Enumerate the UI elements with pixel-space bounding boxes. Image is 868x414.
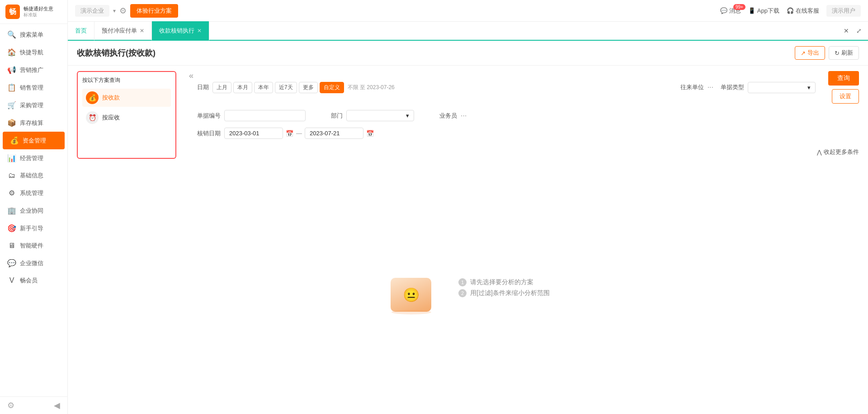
refresh-button[interactable]: ↻ 刷新 xyxy=(829,46,859,60)
verify-date-to[interactable] xyxy=(305,128,363,139)
setting-button[interactable]: 设置 xyxy=(832,89,859,104)
sidebar-item-system[interactable]: ⚙系统管理 xyxy=(0,184,67,202)
sidebar-label-search: 搜索菜单 xyxy=(20,31,43,39)
scheme-title: 按以下方案查询 xyxy=(82,76,171,84)
close-prepay-tab[interactable]: ✕ xyxy=(140,28,144,34)
solution-button[interactable]: 体验行业方案 xyxy=(130,4,178,18)
finance-icon: 💰 xyxy=(10,136,19,145)
this-month-btn[interactable]: 本月 xyxy=(233,82,252,93)
topbar-right: 💬 消息 99+ 📱 App下载 🎧 在线客服 演示用户 xyxy=(720,5,861,17)
date-label: 日期 xyxy=(197,83,209,91)
tab-home[interactable]: 首页 xyxy=(68,21,94,40)
filter-by-receivable[interactable]: ⏰ 按应收 xyxy=(82,109,171,127)
topbar-gear-icon[interactable]: ⚙ xyxy=(119,6,127,16)
sidebar-item-sales[interactable]: 📋销售管理 xyxy=(0,79,67,96)
docno-label: 单据编号 xyxy=(197,112,221,120)
docno-field: 单据编号 xyxy=(197,110,306,121)
sidebar-item-guide[interactable]: 🎯新手引导 xyxy=(0,219,67,237)
company-selector[interactable]: 演示企业 xyxy=(75,5,109,17)
collapse-more-button[interactable]: ⋀ 收起更多条件 xyxy=(197,145,859,159)
query-button[interactable]: 查询 xyxy=(828,71,859,86)
sidebar-bottom: ⚙ ◀ xyxy=(0,396,67,414)
counterpart-input[interactable]: ··· xyxy=(708,83,713,91)
more-btn[interactable]: 更多 xyxy=(299,82,318,93)
sidebar-item-inventory[interactable]: 📦库存核算 xyxy=(0,114,67,132)
sidebar-menu: 🔍搜索菜单🏠快捷导航📢营销推广📋销售管理🛒采购管理📦库存核算💰资金管理📊经营管理… xyxy=(0,24,67,396)
empty-hint-1: 1 请先选择要分析的方案 xyxy=(458,278,550,286)
filter-row-1: 日期 上月 本月 本年 近7天 更多 自定义 不限 至 2023-07-26 往… xyxy=(197,71,859,104)
this-year-btn[interactable]: 本年 xyxy=(254,82,273,93)
prev-month-btn[interactable]: 上月 xyxy=(212,82,231,93)
empty-state: 😐 1 请先选择要分析的方案 2 用[过滤]条件来缩小分析范围 xyxy=(68,164,868,414)
sidebar-item-hardware[interactable]: 🖥智能硬件 xyxy=(0,237,67,254)
sidebar-item-shortcut[interactable]: 🏠快捷导航 xyxy=(0,43,67,61)
filter-row-2: 单据编号 部门 ▾ 业务员 ··· xyxy=(197,110,859,121)
sidebar-item-enterprise[interactable]: 🏢企业协同 xyxy=(0,202,67,219)
dept-label: 部门 xyxy=(331,112,343,120)
content-area: 收款核销执行(按收款) ↗ 导出 ↻ 刷新 按以下方案查询 💰 按收款 xyxy=(68,41,868,414)
box-face-icon: 😐 xyxy=(403,287,420,303)
last-7days-btn[interactable]: 近7天 xyxy=(275,82,297,93)
staff-field: 业务员 ··· xyxy=(439,112,467,120)
calendar-from-icon[interactable]: 📅 xyxy=(286,130,293,137)
calendar-to-icon[interactable]: 📅 xyxy=(366,130,374,137)
sidebar-logo: 畅 畅捷通好生意 标准版 xyxy=(0,0,67,24)
operation-icon: 📊 xyxy=(7,154,16,162)
tab-prepay[interactable]: 预付冲应付单 ✕ xyxy=(94,21,152,40)
purchase-icon: 🛒 xyxy=(7,101,16,109)
filter-by-receipt[interactable]: 💰 按收款 xyxy=(82,89,171,107)
online-service-button[interactable]: 🎧 在线客服 xyxy=(787,7,819,15)
collapse-panel-button[interactable]: « xyxy=(185,71,197,159)
close-tab-button[interactable]: ✕ xyxy=(841,25,852,36)
filter-fields: 日期 上月 本月 本年 近7天 更多 自定义 不限 至 2023-07-26 往… xyxy=(197,71,859,159)
close-collect-tab[interactable]: ✕ xyxy=(197,28,202,34)
expand-tab-button[interactable]: ⤢ xyxy=(854,25,864,36)
verify-date-from[interactable] xyxy=(224,128,283,139)
sidebar-label-purchase: 采购管理 xyxy=(20,101,43,109)
app-download-button[interactable]: 📱 App下载 xyxy=(748,7,779,15)
sidebar-item-purchase[interactable]: 🛒采购管理 xyxy=(0,96,67,114)
shortcut-icon: 🏠 xyxy=(7,48,16,57)
messages-button[interactable]: 💬 消息 99+ xyxy=(720,7,741,15)
empty-illustration: 😐 xyxy=(386,266,440,312)
settings-icon[interactable]: ⚙ xyxy=(7,400,14,410)
sidebar-label-sales: 销售管理 xyxy=(20,84,43,92)
marketing-icon: 📢 xyxy=(7,66,16,74)
dept-select[interactable]: ▾ xyxy=(346,110,414,121)
basic-icon: 🗂 xyxy=(7,171,16,180)
guide-icon: 🎯 xyxy=(7,224,16,233)
tab-collect[interactable]: 收款核销执行 ✕ xyxy=(152,21,209,40)
user-menu[interactable]: 演示用户 xyxy=(826,5,861,17)
sidebar-label-finance: 资金管理 xyxy=(23,137,46,145)
dept-field: 部门 ▾ xyxy=(331,110,414,121)
staff-input[interactable]: ··· xyxy=(461,112,467,120)
sidebar-item-marketing[interactable]: 📢营销推广 xyxy=(0,61,67,79)
filter-row-3: 核销日期 📅 — 📅 xyxy=(197,128,859,139)
hardware-icon: 🖥 xyxy=(7,242,16,250)
receipt-label: 按收款 xyxy=(102,94,120,102)
query-actions: 查询 设置 xyxy=(823,71,859,104)
tab-controls: ✕ ⤢ xyxy=(837,25,868,36)
export-button[interactable]: ↗ 导出 xyxy=(795,46,825,60)
tab-bar: 首页 预付冲应付单 ✕ 收款核销执行 ✕ ✕ ⤢ xyxy=(68,22,868,41)
sidebar-item-basic[interactable]: 🗂基础信息 xyxy=(0,167,67,184)
date-buttons: 上月 本月 本年 近7天 更多 自定义 xyxy=(212,82,344,93)
doctype-select[interactable]: ▾ xyxy=(748,82,816,93)
inventory-icon: 📦 xyxy=(7,119,16,127)
collapse-sidebar-icon[interactable]: ◀ xyxy=(54,400,60,410)
custom-btn[interactable]: 自定义 xyxy=(320,82,344,93)
sidebar-label-operation: 经营管理 xyxy=(20,154,43,162)
topbar: 演示企业 ▾ ⚙ 体验行业方案 💬 消息 99+ 📱 App下载 🎧 在线客服 … xyxy=(68,0,868,22)
receipt-icon: 💰 xyxy=(86,91,99,104)
sidebar-item-wechat[interactable]: 💬企业微信 xyxy=(0,254,67,272)
sidebar-item-finance[interactable]: 💰资金管理 xyxy=(3,132,65,149)
refresh-icon: ↻ xyxy=(835,50,840,57)
sidebar-item-member[interactable]: V畅会员 xyxy=(0,272,67,289)
company-dropdown-icon[interactable]: ▾ xyxy=(113,8,116,14)
sidebar-item-search[interactable]: 🔍搜索菜单 xyxy=(0,26,67,43)
docno-input[interactable] xyxy=(224,110,306,121)
sidebar-label-guide: 新手引导 xyxy=(20,224,43,233)
empty-content: 😐 1 请先选择要分析的方案 2 用[过滤]条件来缩小分析范围 xyxy=(386,266,550,312)
sidebar-label-inventory: 库存核算 xyxy=(20,119,43,127)
sidebar-item-operation[interactable]: 📊经营管理 xyxy=(0,149,67,167)
